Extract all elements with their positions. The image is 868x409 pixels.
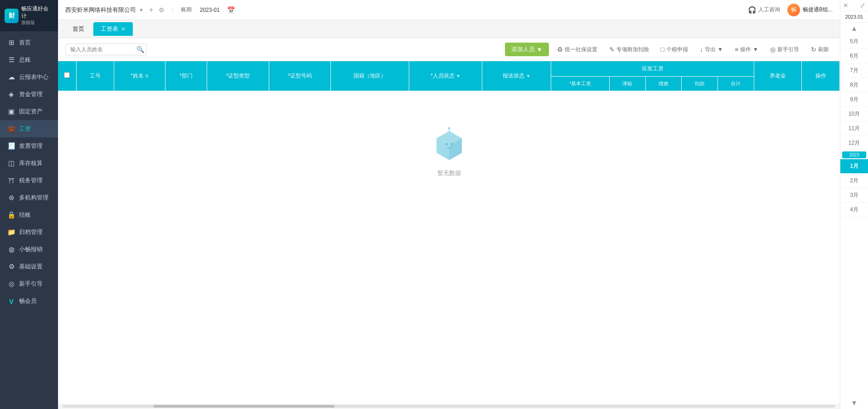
refresh-icon: ↻	[811, 46, 816, 53]
sidebar-item-label: 固定资产	[19, 107, 43, 116]
search-input[interactable]	[70, 46, 134, 53]
search-box[interactable]: 🔍	[65, 44, 147, 55]
empty-state: 暂无数据	[58, 91, 840, 214]
refresh-btn[interactable]: ↻ 刷新	[807, 44, 833, 55]
sidebar-item-multi-org[interactable]: ⊛ 多机构管理	[0, 189, 58, 206]
export-btn[interactable]: ↓ 导出 ▼	[696, 44, 727, 55]
month-item-3[interactable]: 3月	[840, 188, 868, 203]
sidebar-item-home[interactable]: ⊞ 首页	[0, 34, 58, 51]
app-name: 畅应通好会计	[21, 5, 53, 19]
status-filter-icon[interactable]: ▼	[456, 73, 461, 78]
sidebar-item-label: 畅会员	[19, 297, 37, 305]
cloud-icon: ☁	[7, 73, 15, 81]
calendar-icon[interactable]: 📅	[227, 6, 235, 14]
app-sub: 旗舰版	[21, 19, 53, 26]
month-item-11[interactable]: 11月	[840, 122, 868, 136]
tab-close-icon[interactable]: ✕	[121, 26, 126, 32]
sidebar-item-label: 工资	[19, 125, 31, 133]
guide-icon: ◎	[7, 280, 15, 288]
month-item-1-current[interactable]: 1月	[840, 159, 868, 174]
sidebar-item-label: 云报表中心	[19, 73, 48, 81]
add-company-btn[interactable]: +	[149, 6, 153, 14]
sidebar-item-vip[interactable]: V 畅会员	[0, 292, 58, 310]
th-employee-id: 工号	[76, 61, 114, 91]
report-filter-icon[interactable]: ▼	[526, 73, 530, 78]
month-item-6[interactable]: 6月	[840, 49, 868, 63]
settings-icon[interactable]: ⚙	[159, 6, 165, 14]
th-action: 操作	[802, 61, 840, 91]
scroll-track[interactable]	[63, 405, 835, 408]
panel-expand-btn[interactable]: ⤢	[860, 2, 865, 9]
sidebar-item-label: 多机构管理	[19, 194, 48, 202]
sidebar-item-settings[interactable]: ⚙ 基础设置	[0, 258, 58, 275]
logo-icon: 财	[5, 9, 19, 23]
sidebar-item-cloud-report[interactable]: ☁ 云报表中心	[0, 68, 58, 86]
company-selector[interactable]: 西安虾米网络科技有限公司 ▼	[65, 6, 144, 14]
th-performance: 绩效	[645, 77, 682, 91]
select-all-checkbox[interactable]	[64, 72, 70, 78]
fund-icon: ◈	[7, 90, 15, 98]
bottom-scroll	[58, 404, 840, 409]
special-deduct-btn[interactable]: ✎ 专项附加扣除	[606, 44, 653, 55]
sidebar-item-label: 税务管理	[19, 176, 43, 185]
th-base-salary: *基本工资	[551, 77, 609, 91]
social-security-btn[interactable]: ♻ 统一社保设置	[553, 44, 601, 55]
guide-icon: ◎	[770, 46, 776, 53]
service-btn[interactable]: 🎧 人工咨询	[748, 6, 780, 14]
tax-report-btn[interactable]: □ 个税申报	[657, 44, 692, 55]
th-checkbox[interactable]	[58, 61, 76, 91]
multi-org-icon: ⊛	[7, 194, 15, 202]
empty-icon	[431, 127, 467, 164]
tabbar: 首页 工资表 ✕	[58, 20, 840, 38]
sidebar-item-salary[interactable]: 💼 工资	[0, 120, 58, 137]
month-list: 5月 6月 7月 8月 9月 10月 11月 12月 2023 1月 2月 3月…	[840, 34, 868, 397]
sidebar-item-closing[interactable]: 🔒 结账	[0, 206, 58, 224]
sidebar-item-label: 库存核算	[19, 159, 43, 167]
expense-icon: ◍	[7, 245, 15, 253]
user-name: 畅捷通B组...	[803, 6, 833, 14]
scroll-thumb[interactable]	[153, 405, 335, 408]
sort-icon[interactable]: ⇅	[145, 73, 149, 78]
sidebar-item-fund-management[interactable]: ◈ 资金管理	[0, 86, 58, 103]
sidebar-item-general-ledger[interactable]: ☰ 总账	[0, 51, 58, 68]
settings-icon: ⚙	[7, 263, 15, 271]
assets-icon: ▣	[7, 107, 15, 116]
social-security-icon: ♻	[557, 46, 563, 53]
user-info[interactable]: 畅 畅捷通B组...	[787, 4, 833, 16]
sidebar-item-archive[interactable]: 📁 归档管理	[0, 224, 58, 241]
th-total: 合计	[718, 77, 754, 91]
month-item-7[interactable]: 7月	[840, 63, 868, 78]
sidebar-item-expense[interactable]: ◍ 小畅报销	[0, 241, 58, 258]
month-item-10[interactable]: 10月	[840, 107, 868, 122]
month-item-9[interactable]: 9月	[840, 93, 868, 107]
tab-salary[interactable]: 工资表 ✕	[93, 22, 133, 36]
month-item-8[interactable]: 8月	[840, 78, 868, 93]
inventory-icon: ◫	[7, 159, 15, 167]
table-wrapper: 工号 *姓名 ⇅ *部门 *证型类型 *证型号码 国籍（地区） *人员状态 ▼	[58, 61, 840, 404]
home-icon: ⊞	[7, 39, 15, 47]
month-item-12[interactable]: 12月	[840, 136, 868, 151]
tax-icon: ⛩	[7, 177, 15, 185]
month-item-5[interactable]: 5月	[840, 34, 868, 49]
user-avatar: 畅	[787, 4, 800, 16]
operations-btn[interactable]: ≡ 操作 ▼	[731, 44, 762, 55]
th-department: *部门	[165, 61, 207, 91]
guide-btn[interactable]: ◎ 新手引导	[766, 44, 803, 55]
th-pension: 养老金	[754, 61, 802, 91]
toolbar: 🔍 添加人员 ▼ ♻ 统一社保设置 ✎ 专项附加扣除 □ 个税申报	[58, 38, 840, 61]
sidebar-item-invoice[interactable]: 🧾 发票管理	[0, 137, 58, 155]
sidebar-item-guide[interactable]: ◎ 新手引导	[0, 275, 58, 292]
add-person-btn[interactable]: 添加人员 ▼	[505, 43, 549, 56]
tab-home[interactable]: 首页	[65, 22, 92, 36]
sidebar-item-tax[interactable]: ⛩ 税务管理	[0, 172, 58, 189]
month-item-2[interactable]: 2月	[840, 174, 868, 188]
sidebar-item-inventory[interactable]: ◫ 库存核算	[0, 155, 58, 172]
panel-down-arrow[interactable]: ▼	[840, 397, 868, 409]
sidebar-item-label: 新手引导	[19, 280, 43, 288]
sidebar-item-fixed-assets[interactable]: ▣ 固定资产	[0, 103, 58, 120]
panel-up-arrow[interactable]: ▲	[840, 23, 868, 34]
sidebar-item-label: 基础设置	[19, 263, 43, 271]
export-dropdown-icon: ▼	[718, 46, 723, 53]
month-item-4[interactable]: 4月	[840, 203, 868, 217]
panel-close-btn[interactable]: ✕	[843, 2, 849, 9]
